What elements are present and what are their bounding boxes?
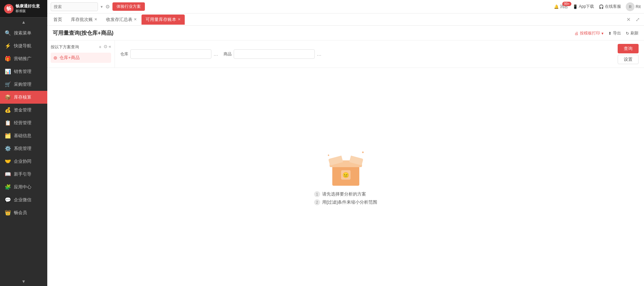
basic-icon: 🗂️	[5, 133, 11, 139]
tab-close-batch[interactable]: ✕	[94, 17, 97, 22]
print-label: 按模板打印	[580, 30, 600, 36]
product-more-icon[interactable]: …	[317, 51, 321, 57]
export-button[interactable]: ⬆ 导出	[608, 30, 621, 36]
collapse-icon[interactable]: «	[109, 44, 111, 50]
sidebar-item-enterprise[interactable]: 🤝 企业协同	[0, 155, 47, 168]
refresh-icon: ↻	[626, 31, 629, 36]
sales-icon: 📊	[5, 69, 11, 75]
header-actions: 🖨 按模板打印 ▾ ⬆ 导出 ↻ 刷新	[574, 30, 639, 36]
warehouse-input[interactable]	[130, 49, 211, 59]
print-button[interactable]: 🖨 按模板打印 ▾	[574, 30, 603, 36]
tabbar: 首页库存批次账✕收发存汇总表✕可用量库存账本✕ ✕ ⤢	[47, 14, 644, 26]
hint-2-num: 2	[314, 199, 320, 205]
newbie-icon: 📖	[5, 171, 11, 177]
app-logo: 畅 畅康通好生意 标准版	[0, 0, 47, 18]
sidebar-item-operations[interactable]: 📋 经营管理	[0, 116, 47, 129]
sidebar-item-wechat[interactable]: 💬 企业微信	[0, 193, 47, 206]
sidebar-label-marketing: 营销推广	[14, 56, 31, 62]
sidebar-item-purchase[interactable]: 🛒 采购管理	[0, 78, 47, 91]
sidebar-item-newbie[interactable]: 📖 新手引导	[0, 168, 47, 181]
purchase-icon: 🛒	[5, 81, 11, 87]
tab-available[interactable]: 可用量库存账本✕	[141, 15, 185, 25]
marketing-icon: 🎁	[5, 56, 11, 62]
dropdown-icon[interactable]: ▾	[101, 4, 103, 9]
hint-1-text: 请先选择要分析的方案	[322, 191, 366, 197]
sidebar-label-enterprise: 企业协同	[14, 158, 31, 164]
scroll-down-btn[interactable]: ▼	[0, 277, 47, 286]
sidebar-item-inventory[interactable]: 📦 库存核算	[0, 91, 47, 104]
sidebar-label-purchase: 采购管理	[14, 81, 31, 87]
service-button[interactable]: 🎧 在线客服	[599, 4, 621, 9]
shortcut-icon: ⚡	[5, 43, 11, 49]
expand-btn[interactable]: ⤢	[634, 16, 642, 23]
warehouse-more-icon[interactable]: …	[213, 51, 218, 57]
tab-label-home: 首页	[53, 17, 62, 23]
settings-button[interactable]: 设置	[618, 55, 639, 64]
scheme-header-label: 按以下方案查询	[51, 44, 79, 50]
filter-panel: 按以下方案查询 ＋ ⊙ « ⊛ 仓库+商品 仓库 … 商品 …	[47, 41, 644, 68]
sidebar-label-finance: 资金管理	[14, 107, 31, 113]
scroll-up-btn[interactable]: ▲	[0, 18, 47, 27]
sidebar-item-appstore[interactable]: 🧩 应用中心	[0, 181, 47, 193]
settings-scheme-icon[interactable]: ⊙	[104, 44, 107, 50]
appstore-icon: 🧩	[5, 184, 11, 190]
page-title: 可用量查询(按仓库+商品)	[53, 30, 113, 37]
app-download-button[interactable]: 📱 App下载	[573, 4, 594, 9]
gear-icon[interactable]: ⚙	[105, 4, 110, 10]
empty-illustration: 😐 ✦ ✦	[326, 149, 366, 186]
app-label: App下载	[579, 4, 594, 9]
product-input[interactable]	[234, 49, 315, 59]
refresh-button[interactable]: ↻ 刷新	[626, 30, 639, 36]
empty-state: 😐 ✦ ✦ 1 请先选择要分析的方案 2 用[过滤]条件来缩小分析范围	[47, 68, 644, 286]
search-icon: 🔍	[5, 30, 11, 36]
sidebar-item-sales[interactable]: 📊 销售管理	[0, 65, 47, 78]
message-button[interactable]: 🔔 消息 99+	[554, 4, 568, 9]
enterprise-icon: 🤝	[5, 158, 11, 164]
query-button[interactable]: 查询	[618, 44, 639, 53]
sidebar-label-inventory: 库存核算	[14, 94, 31, 100]
user-menu[interactable]: R Rit	[626, 2, 641, 11]
search-input[interactable]	[51, 2, 98, 11]
scheme-item[interactable]: ⊛ 仓库+商品	[51, 53, 111, 63]
product-label: 商品	[224, 51, 232, 57]
bell-icon: 🔔	[554, 4, 559, 9]
sidebar-item-search[interactable]: 🔍 搜索菜单	[0, 27, 47, 40]
service-label: 在线客服	[605, 4, 621, 9]
printer-icon: 🖨	[574, 31, 578, 36]
sidebar-label-basic: 基础信息	[14, 133, 31, 139]
hint-1-num: 1	[314, 191, 320, 197]
export-icon: ⬆	[608, 31, 612, 36]
vip-icon: 👑	[5, 210, 11, 216]
sidebar-item-system[interactable]: ⚙️ 系统管理	[0, 142, 47, 155]
tab-summary[interactable]: 收发存汇总表✕	[102, 15, 141, 25]
sidebar-nav: 🔍 搜索菜单 ⚡ 快捷导航 🎁 营销推广 📊 销售管理 🛒 采购管理 📦 库存核…	[0, 27, 47, 277]
username: Rit	[636, 4, 641, 9]
tab-batch[interactable]: 库存批次账✕	[67, 15, 101, 25]
close-window-btn[interactable]: ✕	[624, 16, 633, 23]
logo-icon: 畅	[4, 4, 14, 14]
sidebar-label-appstore: 应用中心	[14, 184, 31, 190]
sidebar-item-finance[interactable]: 💰 资金管理	[0, 104, 47, 116]
scheme-label: 仓库+商品	[59, 55, 80, 61]
sidebar-label-sales: 销售管理	[14, 69, 31, 75]
finance-icon: 💰	[5, 107, 11, 113]
sidebar-label-operations: 经营管理	[14, 120, 31, 126]
sidebar-item-basic[interactable]: 🗂️ 基础信息	[0, 129, 47, 142]
sidebar-item-vip[interactable]: 👑 畅会员	[0, 206, 47, 219]
phone-icon: 📱	[573, 4, 578, 9]
print-dropdown-icon[interactable]: ▾	[601, 31, 603, 36]
add-scheme-icon[interactable]: ＋	[98, 44, 102, 50]
app-version: 标准版	[16, 9, 40, 14]
sidebar-item-marketing[interactable]: 🎁 营销推广	[0, 52, 47, 65]
app-name: 畅康通好生意	[16, 4, 40, 9]
tab-close-summary[interactable]: ✕	[134, 17, 137, 22]
tab-home[interactable]: 首页	[49, 15, 66, 25]
scheme-sidebar: 按以下方案查询 ＋ ⊙ « ⊛ 仓库+商品	[47, 41, 115, 68]
hint-1: 1 请先选择要分析的方案	[314, 191, 377, 197]
tab-close-available[interactable]: ✕	[178, 17, 181, 22]
hint-2: 2 用[过滤]条件来缩小分析范围	[314, 199, 377, 205]
trial-button[interactable]: 体验行业方案	[112, 2, 145, 11]
sidebar-item-shortcut[interactable]: ⚡ 快捷导航	[0, 40, 47, 52]
inventory-icon: 📦	[5, 94, 11, 100]
topbar: ▾ ⚙ 体验行业方案 🔔 消息 99+ 📱 App下载 🎧 在线客服 R Rit	[47, 0, 644, 14]
